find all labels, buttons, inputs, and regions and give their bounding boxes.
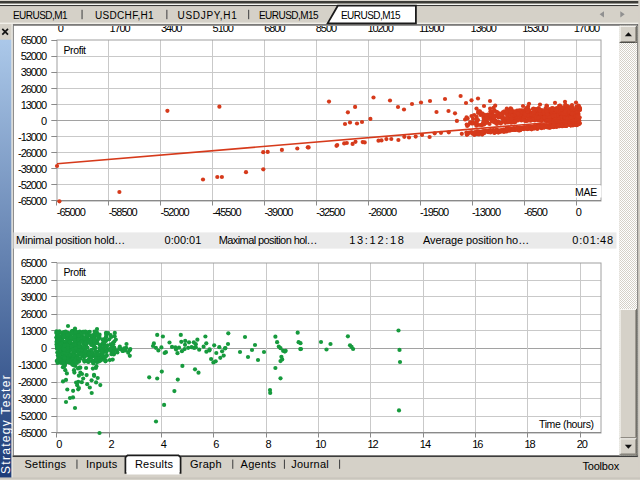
svg-text:Profit: Profit — [64, 266, 87, 278]
svg-text:Minimal position hold…: Minimal position hold… — [16, 234, 125, 246]
svg-text:14: 14 — [420, 438, 431, 450]
svg-text:-52000: -52000 — [161, 206, 190, 218]
svg-text:16: 16 — [472, 438, 483, 450]
svg-text:-32500: -32500 — [316, 206, 345, 218]
svg-text:EURUSD,M15: EURUSD,M15 — [259, 10, 319, 21]
svg-text:-19500: -19500 — [420, 206, 449, 218]
svg-text:0:01:48: 0:01:48 — [572, 234, 613, 246]
svg-text:13000: 13000 — [21, 325, 47, 337]
svg-text:-65000: -65000 — [18, 427, 47, 439]
svg-text:26000: 26000 — [21, 308, 47, 320]
svg-text:Strategy Tester: Strategy Tester — [0, 374, 13, 474]
svg-text:Journal: Journal — [291, 458, 329, 470]
svg-text:USDJPY,H1: USDJPY,H1 — [178, 10, 238, 21]
svg-text:-13000: -13000 — [18, 131, 47, 143]
svg-text:-52000: -52000 — [18, 179, 47, 191]
svg-text:-13000: -13000 — [472, 206, 501, 218]
svg-text:-26000: -26000 — [18, 376, 47, 388]
svg-text:MAE: MAE — [575, 186, 597, 198]
svg-text:USDCHF,H1: USDCHF,H1 — [95, 10, 154, 21]
svg-text:65000: 65000 — [21, 257, 47, 269]
svg-text:EURUSD,M1: EURUSD,M1 — [13, 10, 68, 21]
svg-text:Maximal position hol…: Maximal position hol… — [219, 234, 317, 246]
svg-text:-58500: -58500 — [109, 206, 138, 218]
svg-text:-52000: -52000 — [18, 410, 47, 422]
svg-text:39000: 39000 — [21, 66, 47, 78]
svg-text:52000: 52000 — [21, 50, 47, 62]
svg-text:-39000: -39000 — [264, 206, 293, 218]
svg-text:52000: 52000 — [21, 274, 47, 286]
svg-text:Settings: Settings — [25, 458, 67, 470]
svg-text:12: 12 — [368, 438, 379, 450]
svg-text:13000: 13000 — [21, 99, 47, 111]
svg-text:Profit: Profit — [64, 44, 87, 56]
svg-text:26000: 26000 — [21, 83, 47, 95]
svg-text:EURUSD,M15: EURUSD,M15 — [341, 10, 401, 21]
svg-text:Toolbox: Toolbox — [582, 460, 619, 472]
svg-text:-39000: -39000 — [18, 393, 47, 405]
svg-text:-39000: -39000 — [18, 163, 47, 175]
svg-text:-45500: -45500 — [213, 206, 242, 218]
svg-text:Inputs: Inputs — [86, 458, 118, 470]
svg-text:-26000: -26000 — [368, 206, 397, 218]
svg-text:10: 10 — [315, 438, 326, 450]
svg-text:Average position ho…: Average position ho… — [423, 234, 529, 246]
svg-text:-65000: -65000 — [57, 206, 86, 218]
svg-text:0:00:01: 0:00:01 — [165, 234, 202, 246]
svg-text:Agents: Agents — [241, 458, 277, 470]
svg-text:-13000: -13000 — [18, 359, 47, 371]
svg-text:-6500: -6500 — [524, 206, 548, 218]
svg-text:39000: 39000 — [21, 291, 47, 303]
svg-text:Time (hours): Time (hours) — [539, 418, 594, 430]
svg-text:18: 18 — [524, 438, 535, 450]
svg-text:-26000: -26000 — [18, 147, 47, 159]
svg-text:Graph: Graph — [190, 458, 222, 470]
svg-text:13:12:18: 13:12:18 — [349, 234, 406, 246]
svg-text:65000: 65000 — [21, 34, 47, 46]
svg-text:Results: Results — [135, 458, 174, 470]
svg-text:20: 20 — [577, 438, 588, 450]
svg-text:-65000: -65000 — [18, 195, 47, 207]
